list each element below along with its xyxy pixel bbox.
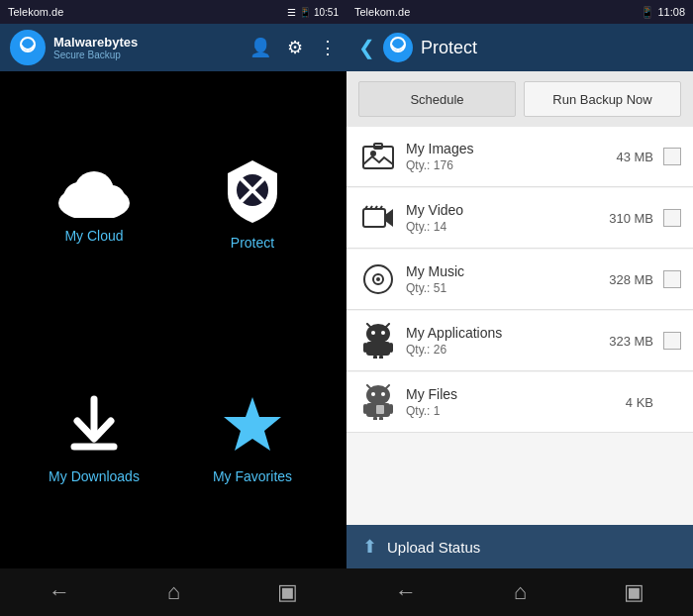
my-favorites-label: My Favorites <box>213 468 292 484</box>
images-qty: Qty.: 176 <box>406 158 608 172</box>
nav-item-my-cloud[interactable]: My Cloud <box>20 91 168 315</box>
svg-rect-43 <box>379 417 383 420</box>
right-bottom-nav: ← ⌂ ▣ <box>346 568 693 616</box>
nav-item-protect[interactable]: Protect <box>178 91 327 315</box>
protect-label: Protect <box>231 235 274 251</box>
svg-rect-44 <box>376 405 384 414</box>
right-home-button[interactable]: ⌂ <box>514 579 527 605</box>
right-action-bar: Schedule Run Backup Now <box>346 71 693 127</box>
applications-info: My Applications Qty.: 26 <box>398 325 609 357</box>
music-size: 328 MB <box>609 272 653 287</box>
left-home-button[interactable]: ⌂ <box>167 579 180 605</box>
download-icon <box>59 389 129 459</box>
images-checkbox[interactable] <box>663 148 681 165</box>
svg-rect-33 <box>379 356 383 359</box>
upload-status-label: Upload Status <box>387 539 480 556</box>
svg-rect-12 <box>363 147 393 168</box>
android-icon <box>358 321 398 360</box>
svg-rect-30 <box>363 343 367 353</box>
backup-item-music[interactable]: My Music Qty.: 51 328 MB <box>346 250 693 310</box>
left-nav-grid: My Cloud Protect <box>0 71 346 568</box>
nav-item-my-favorites[interactable]: My Favorites <box>178 325 327 549</box>
svg-line-28 <box>386 324 389 327</box>
upload-status-bar[interactable]: ⬆ Upload Status <box>346 525 693 568</box>
left-recent-button[interactable]: ▣ <box>277 579 298 605</box>
right-panel: Telekom.de 📱 11:08 ❮ Protect Schedule Ru… <box>346 0 693 616</box>
right-back-button[interactable]: ← <box>395 579 417 605</box>
backup-item-applications[interactable]: My Applications Qty.: 26 323 MB <box>346 311 693 371</box>
left-time: 10:51 <box>314 7 339 18</box>
left-back-button[interactable]: ← <box>49 579 70 605</box>
applications-qty: Qty.: 26 <box>406 343 601 357</box>
svg-rect-41 <box>389 404 393 414</box>
svg-point-35 <box>371 392 375 396</box>
svg-rect-31 <box>389 343 393 353</box>
applications-size: 323 MB <box>609 334 653 349</box>
images-info: My Images Qty.: 176 <box>398 141 616 172</box>
video-info: My Video Qty.: 14 <box>398 202 609 234</box>
svg-point-23 <box>376 277 380 281</box>
app-title-block: Malwarebytes Secure Backup <box>53 35 138 60</box>
app-title: Malwarebytes <box>53 35 138 50</box>
svg-marker-16 <box>385 209 393 227</box>
svg-rect-15 <box>363 209 385 227</box>
svg-marker-10 <box>224 397 281 451</box>
left-bottom-nav: ← ⌂ ▣ <box>0 568 346 616</box>
video-size: 310 MB <box>609 211 653 226</box>
right-carrier: Telekom.de <box>354 6 410 18</box>
music-checkbox[interactable] <box>663 270 681 288</box>
svg-point-4 <box>99 185 125 211</box>
shield-icon <box>218 155 287 225</box>
files-name: My Files <box>406 386 618 402</box>
svg-rect-42 <box>373 417 377 420</box>
applications-name: My Applications <box>406 325 601 341</box>
images-size: 43 MB <box>616 150 653 164</box>
protect-page-title: Protect <box>421 38 477 58</box>
music-info: My Music Qty.: 51 <box>398 263 609 295</box>
upload-icon: ⬆ <box>362 536 377 558</box>
applications-checkbox[interactable] <box>663 332 681 350</box>
run-backup-button[interactable]: Run Backup Now <box>524 81 681 117</box>
files-info: My Files Qty.: 1 <box>398 386 626 418</box>
backup-list: My Images Qty.: 176 43 MB <box>346 127 693 525</box>
images-name: My Images <box>406 141 608 156</box>
my-downloads-label: My Downloads <box>49 468 140 484</box>
files-size: 4 KB <box>626 395 653 410</box>
settings-icon[interactable]: ⚙ <box>287 37 303 58</box>
files-qty: Qty.: 1 <box>406 404 618 418</box>
left-carrier: Telekom.de <box>8 6 63 18</box>
app-subtitle: Secure Backup <box>53 50 138 60</box>
left-status-icons: ☰ 📱 10:51 <box>287 7 339 18</box>
svg-line-27 <box>367 324 370 327</box>
files-icon <box>358 382 398 422</box>
right-recent-button[interactable]: ▣ <box>624 579 644 605</box>
svg-point-25 <box>371 331 375 335</box>
music-name: My Music <box>406 263 601 279</box>
right-time: 11:08 <box>657 6 685 18</box>
my-cloud-label: My Cloud <box>64 228 123 244</box>
left-panel: Telekom.de ☰ 📱 10:51 Malwarebytes Secure… <box>0 0 346 616</box>
menu-icon[interactable]: ⋮ <box>319 37 337 58</box>
right-status-bar: Telekom.de 📱 11:08 <box>346 0 693 24</box>
video-name: My Video <box>406 202 601 218</box>
star-icon <box>218 389 287 459</box>
nav-item-my-downloads[interactable]: My Downloads <box>20 325 168 549</box>
svg-point-26 <box>381 331 385 335</box>
backup-item-files[interactable]: My Files Qty.: 1 4 KB <box>346 372 693 433</box>
right-status-icons: 📱 11:08 <box>641 6 685 19</box>
svg-point-36 <box>381 392 385 396</box>
profile-icon[interactable]: 👤 <box>249 37 271 58</box>
svg-rect-29 <box>366 342 390 356</box>
backup-item-images[interactable]: My Images Qty.: 176 43 MB <box>346 127 693 187</box>
backup-item-video[interactable]: My Video Qty.: 14 310 MB <box>346 188 693 249</box>
schedule-button[interactable]: Schedule <box>358 81 516 117</box>
left-toolbar-icons[interactable]: 👤 ⚙ ⋮ <box>249 37 337 58</box>
right-back-arrow[interactable]: ❮ <box>358 36 375 59</box>
svg-rect-32 <box>373 356 377 359</box>
video-checkbox[interactable] <box>663 209 681 227</box>
video-icon <box>358 198 398 238</box>
svg-line-38 <box>386 385 389 388</box>
app-logo-icon <box>10 30 46 65</box>
svg-rect-40 <box>363 404 367 414</box>
right-toolbar: ❮ Protect <box>346 24 693 71</box>
